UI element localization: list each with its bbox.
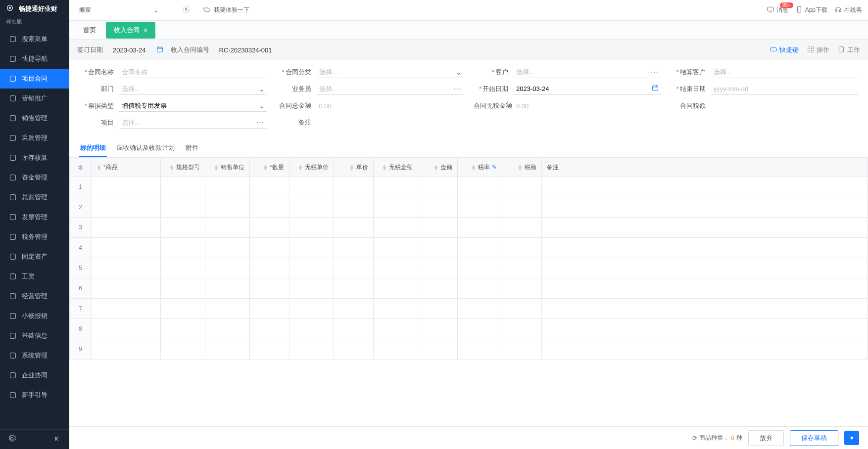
table-cell[interactable] [161, 177, 205, 197]
sidebar-item-2[interactable]: 项目合同 [0, 69, 69, 89]
table-cell[interactable] [334, 258, 374, 278]
sidebar-item-15[interactable]: 基础信息 [0, 326, 69, 346]
table-cell[interactable] [334, 278, 374, 299]
table-cell[interactable] [542, 197, 868, 218]
table-cell[interactable] [289, 299, 334, 319]
table-cell[interactable] [289, 238, 334, 258]
table-cell[interactable] [502, 197, 542, 218]
shortcut-button[interactable]: 快捷键 [770, 45, 799, 55]
table-cell[interactable] [161, 258, 205, 278]
table-cell[interactable] [161, 218, 205, 238]
table-cell[interactable] [289, 339, 334, 359]
table-cell[interactable] [205, 238, 250, 258]
table-cell[interactable] [458, 258, 502, 278]
table-cell[interactable] [542, 218, 868, 238]
download-button[interactable]: App下载 [795, 5, 827, 15]
discard-button[interactable]: 放弃 [748, 430, 784, 446]
table-cell[interactable] [502, 177, 542, 197]
table-cell[interactable] [374, 319, 418, 339]
table-cell[interactable] [374, 299, 418, 319]
table-cell[interactable] [374, 238, 418, 258]
table-cell[interactable] [289, 197, 334, 218]
table-cell[interactable] [458, 299, 502, 319]
sign-date-value[interactable]: 2023-03-24 [110, 45, 149, 55]
sidebar-item-8[interactable]: 总账管理 [0, 187, 69, 207]
customer-select[interactable]: ··· [513, 66, 661, 78]
table-cell[interactable] [161, 197, 205, 218]
invoice-type-select[interactable]: ⌄ [119, 100, 267, 112]
table-settings-button[interactable]: ⚙ [70, 158, 92, 177]
col-notax-amount[interactable]: ▲▼无税金额 [374, 158, 418, 177]
table-cell[interactable] [205, 319, 250, 339]
table-cell[interactable] [418, 218, 458, 238]
work-button[interactable]: 工作 [837, 45, 860, 55]
settings-icon[interactable] [8, 435, 16, 444]
project-select[interactable]: ··· [119, 117, 267, 129]
sidebar-item-4[interactable]: 销售管理 [0, 108, 69, 128]
sidebar-item-11[interactable]: 固定资产 [0, 247, 69, 267]
sidebar-item-1[interactable]: 快捷导航 [0, 49, 69, 69]
table-cell[interactable] [502, 319, 542, 339]
table-cell[interactable] [502, 218, 542, 238]
table-cell[interactable] [92, 218, 161, 238]
table-cell[interactable] [289, 278, 334, 299]
table-cell[interactable] [334, 299, 374, 319]
table-cell[interactable] [502, 278, 542, 299]
table-cell[interactable] [161, 299, 205, 319]
col-tax-amount[interactable]: ▲▼税额 [502, 158, 542, 177]
table-row[interactable]: 9 [70, 339, 868, 359]
sidebar-item-5[interactable]: 采购管理 [0, 128, 69, 148]
table-cell[interactable] [250, 238, 289, 258]
sidebar-item-7[interactable]: 资金管理 [0, 168, 69, 187]
sidebar-item-14[interactable]: 小畅报销 [0, 306, 69, 326]
table-cell[interactable] [334, 339, 374, 359]
table-cell[interactable] [92, 197, 161, 218]
col-spec[interactable]: ▲▼规格型号 [161, 158, 205, 177]
table-cell[interactable] [289, 177, 334, 197]
table-cell[interactable] [289, 319, 334, 339]
tab-attachment[interactable]: 附件 [185, 139, 199, 157]
table-cell[interactable] [418, 197, 458, 218]
table-cell[interactable] [502, 258, 542, 278]
table-cell[interactable] [458, 197, 502, 218]
more-icon[interactable]: ··· [452, 86, 464, 92]
table-cell[interactable] [542, 177, 868, 197]
save-dropdown-button[interactable]: ▾ [844, 431, 859, 445]
col-remark[interactable]: 备注 [542, 158, 868, 177]
table-cell[interactable] [418, 258, 458, 278]
col-unit[interactable]: ▲▼销售单位 [205, 158, 250, 177]
sidebar-item-0[interactable]: 搜索菜单 [0, 29, 69, 49]
org-settings-icon[interactable] [180, 3, 192, 17]
table-cell[interactable] [250, 339, 289, 359]
sidebar-item-17[interactable]: 企业协同 [0, 365, 69, 385]
org-selector[interactable]: 搬家 ⌄ [75, 4, 174, 16]
table-cell[interactable] [502, 339, 542, 359]
table-cell[interactable] [458, 177, 502, 197]
table-cell[interactable] [205, 299, 250, 319]
experience-button[interactable]: 我要体验一下 [198, 3, 254, 17]
table-cell[interactable] [542, 278, 868, 299]
table-cell[interactable] [418, 278, 458, 299]
table-cell[interactable] [92, 299, 161, 319]
table-cell[interactable] [92, 238, 161, 258]
table-cell[interactable] [250, 319, 289, 339]
table-cell[interactable] [92, 319, 161, 339]
category-select[interactable]: ⌄ [316, 66, 464, 78]
table-row[interactable]: 5 [70, 258, 868, 278]
table-cell[interactable] [374, 197, 418, 218]
remark-input[interactable] [316, 117, 464, 129]
tab-receivable[interactable]: 应收确认及收款计划 [116, 139, 176, 157]
table-cell[interactable] [250, 197, 289, 218]
table-cell[interactable] [92, 278, 161, 299]
table-cell[interactable] [374, 278, 418, 299]
messages-button[interactable]: 消息 99+ [767, 5, 788, 15]
table-row[interactable]: 6 [70, 278, 868, 299]
table-cell[interactable] [161, 319, 205, 339]
sidebar-item-3[interactable]: 营销推广 [0, 89, 69, 108]
contract-name-input[interactable] [119, 66, 267, 78]
dept-select[interactable]: ⌄ [119, 83, 267, 95]
calendar-icon[interactable] [156, 45, 164, 55]
table-cell[interactable] [334, 177, 374, 197]
table-cell[interactable] [542, 339, 868, 359]
support-button[interactable]: 在线客 [834, 5, 862, 15]
